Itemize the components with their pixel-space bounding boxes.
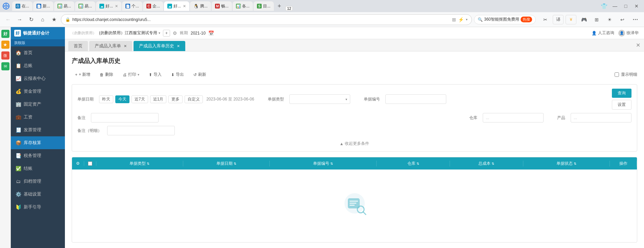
- undo-ext[interactable]: ↩: [617, 15, 628, 24]
- number-filter-input[interactable]: [385, 94, 446, 104]
- print-button[interactable]: 🖨 打印 ▾: [119, 70, 143, 79]
- export-button[interactable]: ⬇ 导出: [168, 70, 187, 79]
- th-gear[interactable]: ⚙: [72, 161, 84, 166]
- user-profile[interactable]: 👤 徐泽华: [618, 30, 639, 37]
- more-ext[interactable]: ⋯: [630, 15, 641, 24]
- date-more-button[interactable]: 更多: [168, 95, 183, 103]
- sidebar-label-cloud-report: 云报表中心: [24, 75, 46, 82]
- detail-remark-label: 备注（明细）: [77, 128, 102, 134]
- search-bar[interactable]: 🔍 360智能抠图免费用 热搜: [474, 15, 536, 24]
- type-filter-dropdown[interactable]: ▾: [289, 94, 350, 104]
- maximize-button[interactable]: □: [621, 1, 630, 11]
- import-button[interactable]: ⬆ 导入: [145, 70, 165, 79]
- detail-remark-input[interactable]: [107, 126, 175, 135]
- th-check[interactable]: [84, 161, 96, 166]
- app-icon-chanjet[interactable]: 好: [1, 30, 9, 38]
- th-number-label: 单据编号: [313, 161, 329, 166]
- browser-tab-2[interactable]: 📄 新...: [33, 1, 53, 11]
- service-button[interactable]: 👤 人工咨询: [592, 30, 614, 36]
- sidebar-item-settings[interactable]: ⚙️ 基础设置: [11, 188, 65, 201]
- page-tab-list-close[interactable]: ✕: [124, 44, 127, 48]
- browser-tab-12[interactable]: S 目...: [254, 1, 274, 11]
- th-type[interactable]: 单据类型 ⇅: [96, 161, 183, 166]
- scissors-ext[interactable]: ✂: [540, 15, 551, 24]
- theme-ext[interactable]: ☀: [604, 15, 615, 24]
- game-ext[interactable]: 🎮: [578, 15, 589, 24]
- sidebar-item-fixed-assets[interactable]: 🏢 固定资产: [11, 98, 65, 111]
- chevron-down-icon[interactable]: ▾: [466, 18, 468, 21]
- page-tab-home[interactable]: 首页: [68, 41, 88, 51]
- sidebar-item-home[interactable]: 🏠 首页: [11, 46, 65, 59]
- sidebar-item-payroll[interactable]: 💼 工资: [11, 111, 65, 123]
- sidebar-label-home: 首页: [24, 50, 32, 56]
- browser-tab-4[interactable]: 📊 易...: [75, 1, 95, 11]
- date-today-button[interactable]: 今天: [115, 95, 129, 103]
- sidebar-item-checkout[interactable]: ✅ 结账: [11, 162, 65, 175]
- date-yesterday-button[interactable]: 昨天: [99, 95, 113, 103]
- back-button[interactable]: ←: [3, 15, 13, 24]
- company-selector[interactable]: (勿删勿禁用）江西服宝测试专用 ▾: [99, 30, 160, 36]
- browser-tab-6[interactable]: 📄 个...: [122, 1, 142, 11]
- address-bar[interactable]: 🔒 https://cloud.chanjet.com/accounting/u…: [61, 14, 472, 25]
- sidebar-item-cloud-report[interactable]: 📈 云报表中心: [11, 72, 65, 85]
- browser-tab-1[interactable]: 在 在...: [12, 1, 32, 11]
- sidebar-item-inventory[interactable]: 📦 库存核算: [11, 136, 65, 149]
- date-custom-button[interactable]: 自定义: [185, 95, 203, 103]
- remark-filter-input[interactable]: [91, 113, 159, 122]
- page-tab-history[interactable]: 产成品入库单历史 ✕: [134, 41, 185, 51]
- refresh-toolbar-button[interactable]: ↺ 刷新: [190, 70, 210, 79]
- home-button[interactable]: ⌂: [38, 15, 47, 24]
- browser-tab-10[interactable]: M 畅...: [212, 1, 232, 11]
- browser-tab-5[interactable]: ☁ 好... ✕: [96, 1, 121, 11]
- tab-close-8[interactable]: ✕: [183, 4, 186, 8]
- browser-tab-9[interactable]: 🐧 腾...: [190, 1, 211, 11]
- app-icon-weibo[interactable]: 微: [1, 51, 9, 60]
- tab-close-5[interactable]: ✕: [115, 4, 118, 8]
- new-tab-button[interactable]: +: [275, 1, 284, 11]
- refresh-button[interactable]: ↻: [26, 15, 36, 24]
- sidebar-item-ledger[interactable]: 📋 总账: [11, 59, 65, 72]
- browser-tab-11[interactable]: 📊 各...: [233, 1, 253, 11]
- browser-tab-3[interactable]: 📊 易...: [54, 1, 74, 11]
- company-settings-button[interactable]: ⚙: [173, 30, 177, 36]
- sidebar-item-tax[interactable]: 📑 税务管理: [11, 149, 65, 162]
- th-date[interactable]: 单据日期 ⇅: [183, 161, 270, 166]
- display-detail-checkbox[interactable]: [615, 72, 619, 77]
- warehouse-filter-dropdown[interactable]: ...: [483, 113, 544, 122]
- add-company-button[interactable]: +: [163, 30, 170, 37]
- grid-ext[interactable]: ⊞: [591, 15, 602, 24]
- th-status[interactable]: 单据状态 ⇅: [523, 161, 610, 166]
- translate-ext[interactable]: 译: [553, 15, 564, 24]
- panel-close-button[interactable]: ✕: [632, 39, 644, 51]
- browser-tab-8[interactable]: ☁ 好... ✕: [164, 1, 189, 11]
- sidebar-item-fund[interactable]: 💰 资金管理: [11, 85, 65, 98]
- add-button[interactable]: + + 新增: [72, 70, 94, 79]
- product-filter-dropdown[interactable]: ...: [571, 113, 631, 122]
- th-number[interactable]: 单据编号 ⇅: [270, 161, 377, 166]
- collapse-button[interactable]: ▲ 收起更多条件: [340, 141, 369, 146]
- sidebar-item-new-entry[interactable]: 🔰 新手引导: [11, 201, 65, 213]
- page-tab-list[interactable]: 产成品入库单 ✕: [89, 41, 132, 51]
- sidebar-item-invoice[interactable]: 🧾 发票管理: [11, 123, 65, 136]
- minimize-button[interactable]: —: [610, 1, 620, 11]
- filter-settings-button[interactable]: 设置: [612, 100, 631, 110]
- th-warehouse[interactable]: 仓库 ⇅: [377, 161, 450, 166]
- period-calendar-button[interactable]: 📅: [208, 30, 214, 36]
- delete-button[interactable]: 🗑 删除: [96, 70, 117, 79]
- forward-button[interactable]: →: [15, 15, 24, 24]
- sidebar-item-archive[interactable]: 🗂 归档管理: [11, 175, 65, 188]
- query-button[interactable]: 查询: [612, 89, 631, 98]
- select-all-checkbox[interactable]: [88, 161, 92, 166]
- date-7days-button[interactable]: 近7天: [132, 95, 148, 103]
- sidebar-header[interactable]: 好 畅捷通好会计: [11, 27, 65, 39]
- bookmark-button[interactable]: ★: [49, 15, 59, 24]
- yuan-ext[interactable]: ¥: [566, 15, 576, 24]
- app-icon-star[interactable]: ★: [1, 41, 9, 49]
- th-cost[interactable]: 总成本 ⇅: [450, 161, 523, 166]
- browser-tab-7[interactable]: C 企...: [143, 1, 163, 11]
- date-1month-button[interactable]: 近1月: [150, 95, 167, 103]
- page-tab-history-close[interactable]: ✕: [177, 44, 180, 48]
- main-content: （勿删勿禁用） (勿删勿禁用）江西服宝测试专用 ▾ + ⚙ 账期 2021-10…: [65, 27, 644, 248]
- app-icon-mail[interactable]: ✉: [1, 62, 9, 70]
- close-button[interactable]: ✕: [632, 1, 641, 11]
